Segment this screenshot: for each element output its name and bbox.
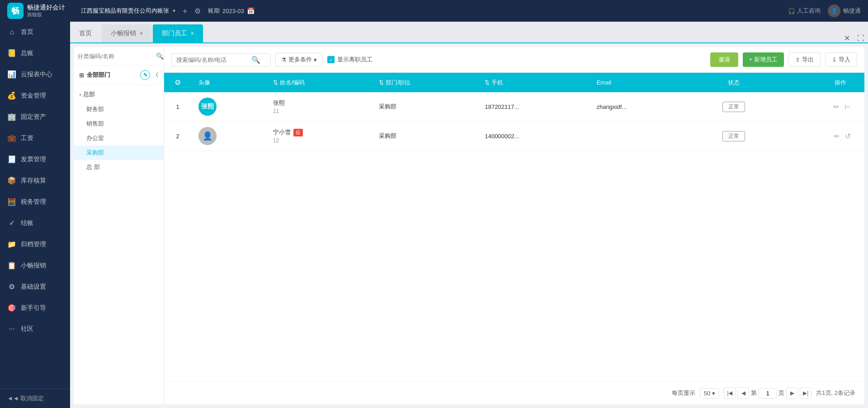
header-settings-icon[interactable]: ⚙ [194,7,201,15]
table-row: 2 👤 宁小雪 [164,122,864,151]
dept-group-label: 总部 [83,90,95,98]
sidebar-item-invoice[interactable]: 🧾 发票管理 [0,149,70,170]
edit-action-icon[interactable]: ✏ [833,103,839,111]
logo-text-block: 畅捷通好会计 旗舰版 [27,4,65,18]
sidebar-label-settings: 基础设置 [21,283,46,291]
logout-action-icon[interactable]: ⊢ [844,103,851,111]
tab-expense[interactable]: 小畅报销 × [102,24,152,42]
tab-home[interactable]: 首页 [70,24,101,42]
import-label: 导入 [839,56,850,64]
show-resigned-checkbox[interactable]: ✓ [327,56,335,63]
header-add-button[interactable]: ＋ [181,5,189,16]
sidebar-item-expense[interactable]: 📋 小畅报销 [0,255,70,276]
main-layout: ⌂ 首页 📒 总账 📊 云报表中心 💰 资金管理 🏢 固定资产 💼 工资 🧾 发… [0,22,868,408]
settings-gear-icon[interactable]: ⚙ [175,79,181,86]
dept-child-office[interactable]: 办公室 [74,131,164,145]
import-button[interactable]: ⇩ 导入 [825,52,857,67]
sidebar-label-archive: 归档管理 [21,240,46,249]
show-resigned-wrap: ✓ 显示离职员工 [327,56,373,64]
col-phone[interactable]: ⇅ 手机 [477,73,589,92]
phone-sort-icon: ⇅ [485,79,490,86]
invite-button[interactable]: 邀请 [710,52,738,67]
dept-child-purchase[interactable]: 采购部 [74,145,164,160]
page-number-input[interactable] [759,388,777,399]
calendar-icon[interactable]: 📅 [247,7,255,14]
dept-child-finance[interactable]: 财务部 [74,102,164,117]
col-dept-pos[interactable]: ⇅ 部门/职位 [372,73,477,92]
tab-dept-emp[interactable]: 部门员工 × [153,24,203,42]
page-size-select[interactable]: 50 ▾ [700,388,719,399]
top-header: 畅 畅捷通好会计 旗舰版 江西服宝精品有限责任公司内账张 ▾ ＋ ⚙ 账期 20… [0,0,868,22]
page-prev-button[interactable]: ◀ [737,387,749,399]
avatar: 👤 [828,5,840,17]
window-close-button[interactable]: ✕ [840,34,854,42]
tab-dept-emp-close-icon[interactable]: × [191,30,194,37]
window-expand-button[interactable]: ⛶ [854,34,868,42]
dept-group-header[interactable]: ▾ 总部 [74,87,164,102]
dept-search-icon[interactable]: 🔍 [156,52,164,60]
page-content: 🔍 ⊞ 全部部门 ✎ 《 ▾ 总部 [74,47,864,404]
refresh-action-icon[interactable]: ↺ [845,132,851,141]
sort-icon: ⇅ [273,79,278,86]
grid-icon: ⊞ [79,72,84,79]
row1-phone: 187202117... [477,92,589,122]
company-selector[interactable]: 江西服宝精品有限责任公司内账张 ▾ [81,7,175,15]
page-first-button[interactable]: |◀ [724,387,736,399]
filter-button[interactable]: ⚗ 更多条件 ▾ [275,53,323,66]
col-name-code[interactable]: ⇅ 姓名/编码 [266,73,372,92]
sidebar-item-ledger[interactable]: 📒 总账 [0,42,70,64]
company-dropdown-icon: ▾ [173,8,175,14]
sidebar-label-expense: 小畅报销 [21,262,46,270]
dept-collapse-button[interactable]: 《 [153,71,158,79]
edit-action-icon2[interactable]: ✏ [834,132,840,141]
export-button[interactable]: ⇧ 导出 [788,52,821,67]
reports-icon: 📊 [7,70,16,79]
pin-button[interactable]: ◄◄ 取消固定 [0,389,70,408]
sidebar-label-funds: 资金管理 [21,92,46,100]
sidebar-item-more[interactable]: ··· 社区 [0,319,70,339]
all-dept-label[interactable]: 全部部门 [87,71,110,79]
emp-name2: 宁小雪 [273,128,291,136]
export-label: 导出 [802,56,814,64]
sidebar-label-home: 首页 [21,28,33,36]
sidebar-item-guide[interactable]: 🎯 新手引导 [0,297,70,319]
sidebar-item-reports[interactable]: 📊 云报表中心 [0,64,70,85]
company-name: 江西服宝精品有限责任公司内账张 [81,7,169,15]
sidebar-item-assets[interactable]: 🏢 固定资产 [0,106,70,127]
funds-icon: 💰 [7,91,16,100]
sidebar-item-tax[interactable]: 🧮 税务管理 [0,191,70,212]
support-button[interactable]: 🎧 人工咨询 [788,7,821,15]
dept-office-label: 办公室 [86,135,104,141]
sidebar-item-salary[interactable]: 💼 工资 [0,127,70,149]
dept-child-sales[interactable]: 销售部 [74,117,164,131]
name-badges: 宁小雪 应 [273,128,364,136]
page-last-button[interactable]: ▶| [800,387,811,399]
avatar-zhang: 张熙 [198,98,217,116]
tab-expense-close-icon[interactable]: × [140,30,143,37]
add-employee-button[interactable]: + 新增员工 [743,52,784,67]
dept-child-hq[interactable]: 总 部 [74,160,164,174]
user-area[interactable]: 👤 畅捷通 [828,5,861,17]
search-input[interactable] [176,56,249,63]
sidebar-item-archive[interactable]: 📁 归档管理 [0,234,70,255]
dept-search-input[interactable] [77,53,153,60]
tab-home-label: 首页 [79,29,92,38]
toolbar: 🔍 ⚗ 更多条件 ▾ ✓ 显示离职员工 邀请 [164,47,864,73]
sidebar-item-settings[interactable]: ⚙ 基础设置 [0,276,70,297]
assets-icon: 🏢 [7,113,16,121]
support-label: 人工咨询 [797,7,821,15]
add-emp-label: + 新增员工 [749,56,778,64]
inventory-icon: 📦 [7,176,16,185]
logo-area: 畅 畅捷通好会计 旗舰版 [7,3,77,19]
sidebar-item-settle[interactable]: ✓ 结账 [0,212,70,234]
dept-search-area: 🔍 [74,47,164,66]
sidebar-item-funds[interactable]: 💰 资金管理 [0,85,70,106]
sidebar-item-home[interactable]: ⌂ 首页 [0,22,70,42]
sidebar-item-inventory[interactable]: 📦 库存核算 [0,170,70,191]
page-next-button[interactable]: ▶ [786,387,798,399]
sidebar-label-invoice: 发票管理 [21,155,46,164]
dept-edit-icon[interactable]: ✎ [140,70,150,80]
archive-icon: 📁 [7,240,16,249]
dept-group-arrow-icon: ▾ [79,92,81,97]
tab-expense-label: 小畅报销 [111,29,136,38]
